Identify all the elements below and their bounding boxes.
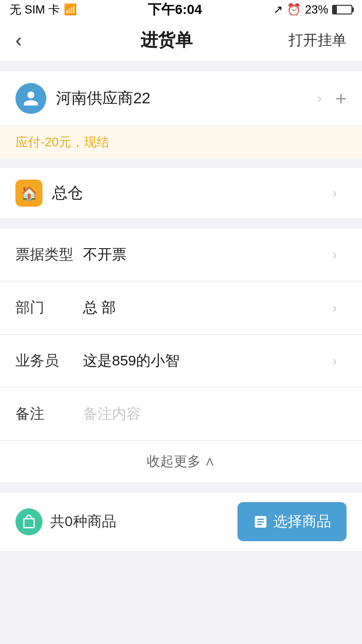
warehouse-chevron-icon: ›	[333, 185, 337, 201]
supplier-name: 河南供应商22	[56, 88, 317, 109]
product-count-text: 共0种商品	[50, 512, 116, 532]
section-gap-1	[0, 62, 362, 71]
sales-person-row[interactable]: 业务员 这是859的小智 ›	[0, 334, 362, 387]
location-icon: ↗	[273, 3, 283, 16]
department-value: 总 部	[83, 298, 333, 318]
collapse-label: 收起更多 ∧	[147, 452, 216, 471]
sales-person-chevron-icon: ›	[333, 353, 337, 369]
warehouse-section: 🏠 总仓 ›	[0, 168, 362, 218]
warehouse-row[interactable]: 🏠 总仓 ›	[0, 168, 362, 218]
bottom-bar: 共0种商品 选择商品	[0, 492, 362, 551]
notice-banner: 应付-20元，现结	[0, 126, 362, 158]
open-pending-button[interactable]: 打开挂单	[289, 30, 347, 50]
product-bag-icon	[15, 508, 42, 535]
status-time: 下午6:04	[148, 0, 202, 19]
select-product-label: 选择商品	[273, 512, 331, 532]
warehouse-name: 总仓	[52, 182, 333, 204]
carrier-label: 无 SIM 卡	[10, 2, 60, 17]
sales-person-label: 业务员	[15, 351, 83, 371]
select-product-button[interactable]: 选择商品	[237, 502, 347, 541]
remark-label: 备注	[15, 404, 83, 424]
battery-percent: 23%	[305, 3, 328, 16]
back-button[interactable]: ‹	[15, 29, 44, 51]
collapse-button[interactable]: 收起更多 ∧	[0, 440, 362, 482]
sales-person-value: 这是859的小智	[83, 351, 333, 371]
product-count-wrapper: 共0种商品	[15, 508, 116, 535]
supplier-section: 河南供应商22 › + 应付-20元，现结	[0, 71, 362, 158]
invoice-type-label: 票据类型	[15, 245, 83, 265]
invoice-type-row[interactable]: 票据类型 不开票 ›	[0, 228, 362, 281]
alarm-icon: ⏰	[287, 3, 301, 16]
department-label: 部门	[15, 298, 83, 318]
page-title: 进货单	[140, 28, 193, 52]
status-right: ↗ ⏰ 23%	[273, 3, 352, 16]
status-left: 无 SIM 卡 📶	[10, 2, 77, 17]
section-gap-3	[0, 218, 362, 228]
remark-row[interactable]: 备注 备注内容	[0, 387, 362, 440]
supplier-avatar	[15, 83, 46, 114]
person-icon	[22, 90, 40, 107]
department-chevron-icon: ›	[333, 300, 337, 316]
nav-bar: ‹ 进货单 打开挂单	[0, 19, 362, 62]
warehouse-icon: 🏠	[15, 180, 42, 207]
invoice-type-chevron-icon: ›	[333, 247, 337, 263]
form-section: 票据类型 不开票 › 部门 总 部 › 业务员 这是859的小智 › 备注 备注…	[0, 228, 362, 482]
wifi-icon: 📶	[64, 3, 77, 16]
section-gap-2	[0, 158, 362, 168]
supplier-chevron-icon: ›	[317, 91, 321, 106]
invoice-type-value: 不开票	[83, 245, 333, 265]
remark-value[interactable]: 备注内容	[83, 404, 347, 424]
battery-icon	[332, 5, 352, 14]
supplier-row[interactable]: 河南供应商22 › +	[0, 71, 362, 126]
department-row[interactable]: 部门 总 部 ›	[0, 281, 362, 334]
status-bar: 无 SIM 卡 📶 下午6:04 ↗ ⏰ 23%	[0, 0, 362, 19]
select-product-icon	[253, 514, 268, 530]
add-supplier-button[interactable]: +	[335, 88, 347, 110]
